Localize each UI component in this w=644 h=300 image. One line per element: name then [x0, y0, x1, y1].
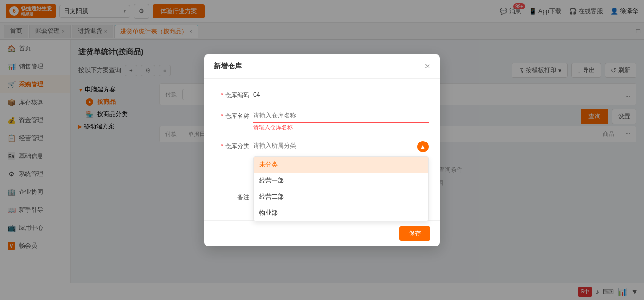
required-star-code: * — [221, 92, 223, 99]
modal-overlay: 新增仓库 ✕ * 仓库编码 * 仓库名称 — [0, 0, 644, 300]
form-row-code: * 仓库编码 — [215, 88, 429, 101]
dropdown-item-unclassified[interactable]: 未分类 — [254, 157, 428, 173]
classify-label: * 仓库分类 — [215, 139, 253, 150]
modal-title: 新增仓库 — [214, 62, 242, 71]
form-row-name: * 仓库名称 请输入仓库名称 — [215, 109, 429, 132]
dropdown-item-dept2[interactable]: 经营二部 — [254, 189, 428, 205]
classify-toggle-button[interactable]: ▲ — [417, 141, 429, 152]
name-input[interactable] — [253, 109, 429, 123]
code-label: * 仓库编码 — [215, 88, 253, 100]
classify-field: ▲ 未分类 经营一部 经营二部 物业部 — [253, 139, 429, 152]
modal-close-button[interactable]: ✕ — [424, 62, 430, 71]
name-error-msg: 请输入仓库名称 — [253, 124, 429, 132]
name-label: * 仓库名称 — [215, 109, 253, 120]
remark-label: 备注 — [215, 190, 253, 201]
required-star-classify: * — [221, 142, 223, 150]
form-row-classify: * 仓库分类 ▲ 未分类 经营一部 经营二部 物业部 — [215, 139, 429, 152]
classify-dropdown: 未分类 经营一部 经营二部 物业部 — [253, 156, 429, 221]
modal-header: 新增仓库 ✕ — [204, 54, 440, 79]
required-star-name: * — [221, 112, 223, 119]
modal-footer: 保存 — [204, 220, 440, 246]
modal-body: * 仓库编码 * 仓库名称 请输入仓库名称 — [204, 79, 440, 220]
name-field: 请输入仓库名称 — [253, 109, 429, 132]
new-warehouse-modal: 新增仓库 ✕ * 仓库编码 * 仓库名称 — [204, 54, 440, 246]
code-input[interactable] — [253, 88, 429, 101]
code-field — [253, 88, 429, 101]
dropdown-item-dept1[interactable]: 经营一部 — [254, 173, 428, 189]
save-button[interactable]: 保存 — [399, 226, 430, 241]
dropdown-item-property[interactable]: 物业部 — [254, 205, 428, 221]
classify-input[interactable] — [253, 139, 429, 152]
